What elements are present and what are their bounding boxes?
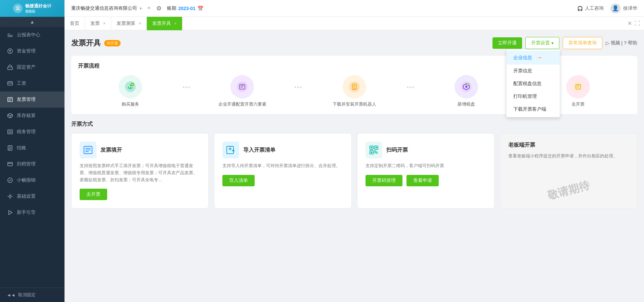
consult-button[interactable]: 🎧 人工咨询 <box>577 5 604 11</box>
add-company-button[interactable]: + <box>147 5 151 12</box>
dropdown-item-company-info[interactable]: 企业信息 → <box>507 51 560 65</box>
method-icon-import <box>222 142 239 158</box>
flow-step-1: 购买服务 <box>78 75 183 107</box>
flow-step-icon-2 <box>230 75 254 99</box>
method-card-boss: 老板端开票 查看老板端小程序提交的开票申请，并作出相应的处理。 敬请期待 <box>500 133 637 209</box>
dropdown-item-taxdisk-config[interactable]: 配置税盘信息 <box>507 77 560 90</box>
sidebar-item-yunbao[interactable]: 云报表中心 <box>0 27 65 43</box>
tab-close-cesuan[interactable]: × <box>139 21 141 26</box>
help-icon: ? <box>624 40 627 46</box>
sidebar-item-zijin[interactable]: 资金管理 <box>0 43 65 59</box>
red-arrow-icon: → <box>536 54 542 61</box>
sidebar-item-xiaochang[interactable]: 小畅报销 <box>0 172 65 188</box>
svg-rect-3 <box>8 98 12 102</box>
sidebar-item-gongzi[interactable]: 工资 <box>0 75 65 91</box>
tab-fapiao[interactable]: 发票 × <box>85 17 111 30</box>
page-actions: 立即开通 开票设置 ▾ 异常清单查询 ▷ 视频 | ? 帮助 <box>492 37 637 49</box>
tab-close-kaijou[interactable]: × <box>174 21 177 26</box>
flow-step-3: 下载并安装开票机器人 <box>302 75 406 107</box>
sidebar-item-kucun[interactable]: 库存核算 <box>0 108 65 124</box>
method-header-scan: 扫码开票 <box>366 142 486 158</box>
zijin-icon <box>7 48 13 54</box>
tab-close-fapiao[interactable]: × <box>103 21 105 26</box>
svg-rect-6 <box>8 162 12 166</box>
sidebar-item-guidang[interactable]: 归档管理 <box>0 156 65 172</box>
company-chevron-icon: ▾ <box>140 6 142 11</box>
company-selector[interactable]: 重庆畅捷交通信息咨询有限公司 ▾ <box>71 5 142 11</box>
tab-home[interactable]: 首页 <box>65 17 85 30</box>
svg-rect-17 <box>353 88 355 89</box>
method-icon-fill <box>80 142 96 158</box>
sidebar-item-shuiwu[interactable]: 税务管理 <box>0 124 65 140</box>
svg-rect-31 <box>371 152 372 153</box>
sidebar-item-gudingzichan[interactable]: 固定资产 <box>0 59 65 75</box>
flow-step-icon-3 <box>343 75 366 99</box>
status-badge: 待开通 <box>104 40 121 46</box>
dropdown-item-download-client[interactable]: 下载开票客户端 <box>507 103 560 116</box>
dropdown-item-invoice-info[interactable]: 开票信息 <box>507 65 560 77</box>
tab-fapiaocesuan[interactable]: 发票测算 × <box>111 17 147 30</box>
tab-fapiaokaitou[interactable]: 发票开具 × <box>147 17 182 30</box>
topbar-right: 🎧 人工咨询 👤 徐泽华 <box>577 3 637 13</box>
settings-dropdown-button[interactable]: 开票设置 ▾ <box>525 37 559 49</box>
connector-3 <box>407 86 414 88</box>
page-content: 发票开具 待开通 立即开通 开票设置 ▾ 异常清单查询 ▷ 视频 | ? <box>65 30 644 302</box>
kucun-icon <box>7 112 13 119</box>
svg-rect-30 <box>376 147 377 148</box>
sidebar-item-xinshou[interactable]: 新手引导 <box>0 204 65 221</box>
method-header-boss: 老板端开票 <box>508 142 629 149</box>
method-card-import: 导入开票清单 支持导入待开票清单，可对待开票清单进行拆分、合并处理。 导入清单 <box>214 133 351 209</box>
svg-point-8 <box>9 195 11 197</box>
tab-controls: ✕ ⛶ <box>624 20 644 27</box>
expand-icon[interactable]: ⛶ <box>635 21 640 27</box>
method-card-fill: 发票填开 支持按照发票样式手工填开发票；可开具增值税电子普通发票、增值税普通发票… <box>71 133 209 209</box>
guidang-icon <box>7 161 13 167</box>
shuiwu-icon <box>7 128 13 135</box>
page-title-area: 发票开具 待开通 <box>71 38 121 48</box>
flow-step-icon-1 <box>119 75 142 99</box>
jichushezhi-icon <box>7 193 13 200</box>
svg-point-20 <box>465 86 467 88</box>
methods-title: 开票方式 <box>71 121 637 128</box>
topbar-center: 重庆畅捷交通信息咨询有限公司 ▾ + ⚙ 账期 2023-01 📅 <box>71 5 577 12</box>
method-header-fill: 发票填开 <box>80 142 200 158</box>
period-label: 账期 2023-01 📅 <box>167 5 203 11</box>
scroll-up-button[interactable]: ▲ <box>0 17 65 27</box>
video-help-link[interactable]: ▷ 视频 | ? 帮助 <box>606 40 637 46</box>
flow-step-4: 新增税盘 <box>414 75 519 107</box>
avatar: 👤 <box>610 3 620 13</box>
xinshou-icon <box>7 209 13 216</box>
view-application-button[interactable]: 查看申请 <box>406 175 439 186</box>
import-list-button[interactable]: 导入清单 <box>222 175 255 186</box>
sidebar-item-jichushezhi[interactable]: 基础设置 <box>0 188 65 204</box>
chevron-down-icon: ▾ <box>551 40 554 46</box>
settings-dropdown-menu: 企业信息 → 开票信息 配置税盘信息 打印机管理 下 <box>506 49 560 117</box>
close-tab-icon[interactable]: ✕ <box>628 20 632 27</box>
abnormal-list-button[interactable]: 异常清单查询 <box>563 37 602 49</box>
overlay-watermark: 敬请期待 <box>501 166 637 209</box>
page-header: 发票开具 待开通 立即开通 开票设置 ▾ 异常清单查询 ▷ 视频 | ? <box>71 37 637 49</box>
activate-button[interactable]: 立即开通 <box>492 37 522 49</box>
play-icon: ▷ <box>606 40 609 46</box>
jiezhang-icon <box>7 145 13 151</box>
fapiao-icon <box>7 96 13 103</box>
xiaochang-icon <box>7 177 13 184</box>
logo-icon: 云 <box>13 4 23 13</box>
pin-icon: ◄◄ <box>7 293 15 298</box>
scan-code-button[interactable]: 开票码管理 <box>366 175 402 186</box>
settings-icon[interactable]: ⚙ <box>156 5 162 12</box>
svg-rect-29 <box>371 147 372 148</box>
cancel-pin-button[interactable]: ◄◄ 取消固定 <box>0 288 65 302</box>
svg-point-10 <box>125 81 136 92</box>
calendar-icon[interactable]: 📅 <box>198 6 203 11</box>
sidebar: ▲ 云报表中心 资金管理 固定资产 <box>0 17 65 302</box>
svg-rect-5 <box>8 146 12 150</box>
sidebar-item-fapiao[interactable]: 发票管理 <box>0 91 65 108</box>
method-icon-scan <box>366 142 382 158</box>
flow-step-icon-5 <box>566 75 590 99</box>
user-info[interactable]: 👤 徐泽华 <box>610 3 637 13</box>
dropdown-item-printer-mgmt[interactable]: 打印机管理 <box>507 90 560 103</box>
fill-goto-button[interactable]: 去开票 <box>80 189 107 200</box>
gongzi-icon <box>7 80 13 87</box>
sidebar-item-jiezhang[interactable]: 结账 <box>0 140 65 156</box>
